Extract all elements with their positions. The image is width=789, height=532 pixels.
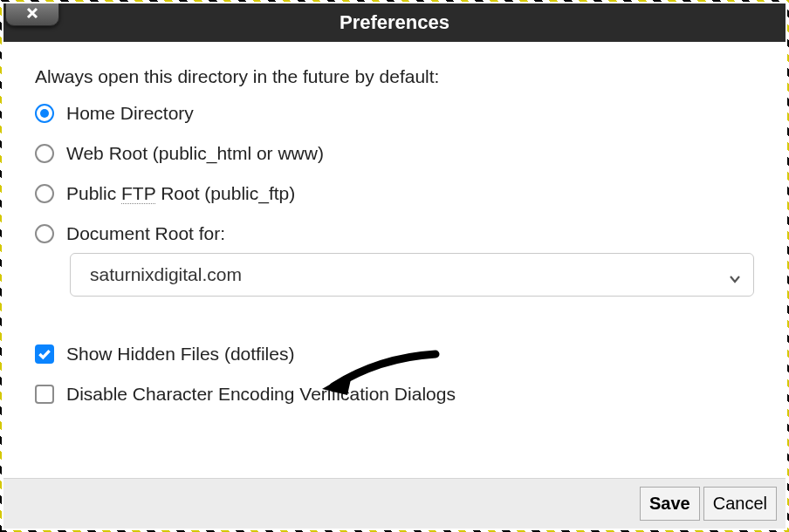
select-value: saturnixdigital.com [90, 264, 242, 285]
checkbox-disable-encoding[interactable]: Disable Character Encoding Verification … [35, 384, 754, 405]
dialog-footer: Save Cancel [3, 478, 786, 529]
checkbox-icon [35, 344, 54, 364]
document-root-select[interactable]: saturnixdigital.com [70, 253, 754, 297]
radio-label: Document Root for: [66, 223, 225, 244]
checkbox-show-hidden[interactable]: Show Hidden Files (dotfiles) [35, 344, 754, 365]
checkbox-icon [35, 385, 54, 404]
cancel-button[interactable]: Cancel [703, 487, 777, 521]
dialog-content: Always open this directory in the future… [3, 42, 786, 478]
preferences-dialog: Preferences Always open this directory i… [3, 3, 786, 529]
radio-icon [35, 224, 54, 243]
radio-label: Public FTP Root (public_ftp) [66, 183, 295, 204]
dialog-title: Preferences [340, 11, 449, 34]
checkbox-label: Disable Character Encoding Verification … [66, 384, 456, 405]
radio-label: Home Directory [66, 103, 194, 124]
radio-document-root[interactable]: Document Root for: [35, 223, 754, 244]
radio-icon [35, 184, 54, 203]
radio-label: Web Root (public_html or www) [66, 143, 324, 164]
radio-icon [35, 144, 54, 163]
radio-icon [35, 104, 54, 123]
radio-home-directory[interactable]: Home Directory [35, 103, 754, 124]
section-label: Always open this directory in the future… [35, 66, 754, 87]
checkbox-label: Show Hidden Files (dotfiles) [66, 344, 294, 365]
close-icon [25, 3, 39, 25]
radio-web-root[interactable]: Web Root (public_html or www) [35, 143, 754, 164]
dialog-titlebar: Preferences [3, 3, 786, 42]
radio-public-ftp[interactable]: Public FTP Root (public_ftp) [35, 183, 754, 204]
chevron-down-icon [729, 269, 741, 281]
close-button[interactable] [5, 3, 59, 26]
save-button[interactable]: Save [640, 487, 700, 521]
